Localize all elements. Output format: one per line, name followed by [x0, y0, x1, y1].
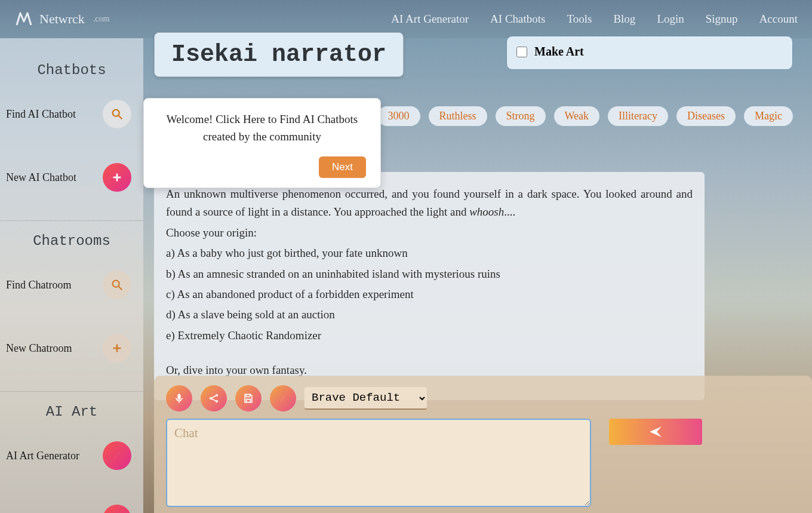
sidebar: Chatbots Find AI Chatbot New AI Chatbot …: [0, 38, 143, 513]
plus-icon[interactable]: [103, 334, 131, 363]
brush-icon[interactable]: [103, 441, 131, 470]
brand-wrap[interactable]: Netwrck .com: [14, 10, 109, 29]
sidebar-item-new-chatroom[interactable]: New Chatroom: [0, 328, 143, 368]
divider: [0, 391, 143, 392]
wrench-icon[interactable]: [103, 505, 131, 513]
tag-illiteracy[interactable]: Illiteracy: [608, 106, 668, 126]
tooltip-text: Welcome! Click Here to Find AI Chatbots …: [158, 110, 366, 146]
story-option-a: a) As a baby who just got birthed, your …: [166, 244, 693, 262]
sidebar-item-new-ai-chatbot[interactable]: New AI Chatbot: [0, 157, 143, 198]
svg-rect-8: [178, 394, 181, 400]
brand-tld: .com: [93, 14, 110, 24]
make-art-label: Make Art: [534, 45, 584, 59]
tooltip-next-button[interactable]: Next: [319, 156, 366, 178]
spacer: [166, 347, 693, 359]
chat-controls: Brave Default: [166, 385, 800, 411]
svg-point-0: [113, 110, 119, 116]
sidebar-section-chatrooms: Chatrooms: [0, 233, 143, 249]
sidebar-label: AI Art Generator: [6, 450, 79, 462]
story-intro-part-a: An unknown multiverse phenomenon occurre…: [166, 188, 693, 218]
microphone-icon[interactable]: [166, 385, 192, 411]
sidebar-label: New Chatroom: [6, 342, 72, 355]
divider: [0, 220, 143, 221]
nav-ai-art-generator[interactable]: AI Art Generator: [391, 13, 469, 26]
tag-strong[interactable]: Strong: [496, 106, 546, 126]
sidebar-label: Find AI Chatbot: [6, 108, 76, 121]
tag-diseases[interactable]: Diseases: [676, 106, 736, 126]
tag-3000[interactable]: 3000: [377, 106, 420, 126]
svg-line-13: [212, 399, 216, 401]
tag-magic[interactable]: Magic: [744, 106, 793, 126]
sidebar-label: New AI Chatbot: [6, 171, 76, 184]
chatbot-title: Isekai narrator: [154, 32, 404, 77]
sidebar-item-find-chatroom[interactable]: Find Chatroom: [0, 265, 143, 305]
nav-signup[interactable]: Signup: [706, 13, 738, 26]
story-card: An unknown multiverse phenomenon occurre…: [154, 172, 705, 400]
story-choose: Choose your origin:: [166, 224, 693, 242]
sidebar-section-ai-art: AI Art: [0, 404, 143, 420]
sidebar-label: Find Chatroom: [6, 279, 72, 291]
story-intro-part-b: ....: [504, 205, 515, 218]
story-option-e: e) Extremely Chaotic Randomizer: [166, 327, 693, 345]
sidebar-item-ai-art-generator[interactable]: AI Art Generator: [0, 435, 143, 476]
onboarding-tooltip: Welcome! Click Here to Find AI Chatbots …: [143, 98, 381, 188]
nav-account[interactable]: Account: [759, 13, 798, 26]
nav-login[interactable]: Login: [657, 13, 684, 26]
chat-input[interactable]: [166, 419, 591, 507]
voice-select[interactable]: Brave Default: [304, 387, 427, 410]
svg-point-4: [113, 281, 119, 287]
sidebar-section-chatbots: Chatbots: [0, 62, 143, 78]
svg-line-1: [119, 116, 122, 119]
story-option-c: c) As an abandoned product of a forbidde…: [166, 285, 693, 303]
chat-row: [166, 419, 800, 507]
story-intro: An unknown multiverse phenomenon occurre…: [166, 185, 693, 222]
search-icon[interactable]: [103, 271, 131, 299]
nav-tools[interactable]: Tools: [567, 13, 592, 26]
make-art-box: Make Art: [506, 36, 793, 70]
tag-weak[interactable]: Weak: [554, 106, 600, 126]
header-bar: Netwrck .com AI Art Generator AI Chatbot…: [0, 0, 812, 38]
save-icon[interactable]: [235, 385, 262, 411]
story-whoosh: whoosh: [469, 205, 504, 218]
sidebar-item-find-ai-chatbot[interactable]: Find AI Chatbot: [0, 94, 143, 134]
logo-icon: [14, 10, 33, 29]
svg-line-12: [212, 396, 216, 398]
brush-icon[interactable]: [270, 385, 296, 411]
nav-ai-chatbots[interactable]: AI Chatbots: [490, 13, 545, 26]
search-icon[interactable]: [103, 100, 131, 128]
main-area: Isekai narrator Make Art me World 3000 R…: [143, 38, 812, 513]
chat-bar: Brave Default: [154, 376, 812, 513]
sidebar-item-art-tools[interactable]: Art Tools: [0, 499, 143, 513]
share-icon[interactable]: [201, 385, 227, 411]
nav-blog[interactable]: Blog: [613, 13, 635, 26]
header-nav: AI Art Generator AI Chatbots Tools Blog …: [391, 13, 798, 26]
brand-name: Netwrck: [39, 11, 85, 27]
plus-icon[interactable]: [103, 163, 131, 192]
tag-ruthless[interactable]: Ruthless: [429, 106, 487, 126]
send-button[interactable]: [609, 419, 702, 445]
svg-line-5: [119, 287, 122, 290]
make-art-checkbox[interactable]: [516, 47, 527, 57]
story-option-b: b) As an amnesic stranded on an uninhabi…: [166, 265, 693, 283]
story-option-d: d) As a slave being sold at an auction: [166, 306, 693, 324]
